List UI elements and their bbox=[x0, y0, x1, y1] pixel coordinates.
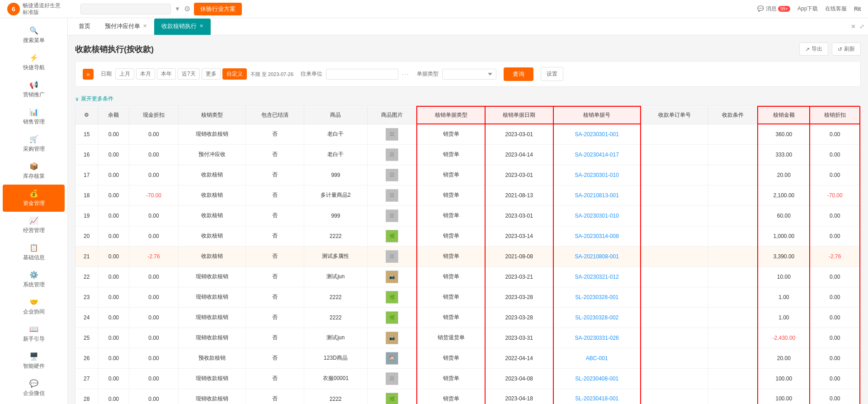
cell-write-off-bill-type: 销货单 bbox=[417, 389, 485, 404]
write-off-number-link[interactable]: SA-20230301-001 bbox=[575, 131, 618, 138]
cell-write-off-type: 预收款核销 bbox=[178, 348, 245, 368]
cell-receipt-condition bbox=[708, 389, 758, 404]
app-download-link[interactable]: App下载 bbox=[797, 5, 818, 13]
filter-toggle-btn[interactable]: » bbox=[83, 69, 94, 80]
cell-include-settled: 否 bbox=[245, 328, 304, 348]
search-dropdown-icon[interactable]: ▼ bbox=[175, 5, 180, 12]
sidebar-item-guide[interactable]: 📖 新手引导 bbox=[0, 320, 67, 347]
write-off-number-link[interactable]: SA-20230321-012 bbox=[575, 274, 618, 280]
cell-write-off-type: 现销收款核销 bbox=[178, 287, 245, 307]
table-row: 27 0.00 0.00 现销收款核销 否 衣服00001 🖼 销货单 2023… bbox=[75, 368, 860, 389]
sidebar-item-marketing[interactable]: 📢 营销推广 bbox=[0, 76, 67, 103]
top-search-input[interactable] bbox=[80, 4, 171, 14]
cell-write-off-amount: 1.00 bbox=[758, 287, 810, 307]
sidebar-item-label: 基础信息 bbox=[23, 254, 45, 261]
sidebar-item-purchase[interactable]: 🛒 采购管理 bbox=[0, 130, 67, 157]
expand-more-btn[interactable]: ∨ 展开更多条件 bbox=[75, 92, 861, 105]
sidebar-item-search[interactable]: 🔍 搜索菜单 bbox=[0, 22, 67, 49]
cell-receipt-condition bbox=[708, 165, 758, 185]
cell-write-off-type: 收款核销 bbox=[178, 185, 245, 205]
from-unit-input[interactable] bbox=[326, 69, 398, 80]
sidebar-item-label: 资金管理 bbox=[23, 200, 45, 207]
cell-write-off-number: SA-20230321-012 bbox=[553, 266, 641, 287]
sidebar-item-hardware[interactable]: 🖥️ 智能硬件 bbox=[0, 347, 67, 375]
date-btn-this-year[interactable]: 本年 bbox=[157, 68, 176, 80]
tab-home[interactable]: 首页 bbox=[71, 19, 98, 35]
cell-write-off-number: SA-20210808-001 bbox=[553, 246, 641, 266]
cell-include-settled: 否 bbox=[245, 246, 304, 266]
cell-receipt-order-no bbox=[641, 389, 708, 404]
online-service-link[interactable]: 在线客服 bbox=[825, 5, 847, 13]
top-bar-right: 💬 消息 99+ App下载 在线客服 Rit bbox=[757, 5, 861, 13]
order-type-select[interactable] bbox=[442, 69, 496, 80]
sales-icon: 📊 bbox=[29, 108, 38, 116]
tab-expand-icon[interactable]: ⤢ bbox=[859, 23, 864, 30]
sidebar-item-vip[interactable]: V 畅会员 bbox=[0, 402, 67, 404]
date-btn-custom[interactable]: 自定义 bbox=[222, 68, 247, 80]
sidebar-item-basics[interactable]: 📋 基础信息 bbox=[0, 239, 67, 266]
cell-write-off-discount: 0.00 bbox=[810, 389, 860, 404]
write-off-number-link[interactable]: SL-20230408-001 bbox=[575, 375, 618, 382]
tab-write-off[interactable]: 收款核销执行 ✕ bbox=[154, 19, 211, 35]
sidebar-item-quicknav[interactable]: ⚡ 快捷导航 bbox=[0, 49, 67, 76]
cell-receipt-order-no bbox=[641, 287, 708, 307]
notification-area[interactable]: 💬 消息 99+ bbox=[757, 5, 790, 13]
tab-write-off-close[interactable]: ✕ bbox=[199, 23, 203, 29]
write-off-number-link[interactable]: SA-20210808-001 bbox=[575, 253, 618, 260]
query-button[interactable]: 查询 bbox=[504, 67, 533, 81]
setting-button[interactable]: 设置 bbox=[541, 67, 563, 81]
write-off-number-link[interactable]: SA-20230314-008 bbox=[575, 233, 618, 239]
cell-write-off-number: ABC-001 bbox=[553, 348, 641, 368]
cell-cash-discount: 0.00 bbox=[129, 266, 179, 287]
cell-no: 22 bbox=[75, 266, 98, 287]
write-off-number-link[interactable]: SA-20230301-010 bbox=[575, 172, 618, 178]
settings-icon[interactable]: ⚙ bbox=[184, 5, 190, 13]
cell-include-settled: 否 bbox=[245, 368, 304, 389]
top-bar-center: ▼ ⚙ 休验行业方案 bbox=[80, 3, 752, 15]
tab-prepay[interactable]: 预付冲应付单 ✕ bbox=[98, 19, 154, 35]
goods-thumbnail: 🌿 bbox=[386, 230, 398, 242]
sidebar-item-sales[interactable]: 📊 销售管理 bbox=[0, 103, 67, 130]
cell-include-settled: 否 bbox=[245, 287, 304, 307]
write-off-number-link[interactable]: SL-20230418-001 bbox=[575, 395, 618, 402]
write-off-number-link[interactable]: SA-20230301-010 bbox=[575, 213, 618, 219]
tab-close-icon[interactable]: ✕ bbox=[851, 23, 856, 30]
cell-write-off-number: SL-20230408-001 bbox=[553, 368, 641, 389]
cell-include-settled: 否 bbox=[245, 165, 304, 185]
write-off-number-link[interactable]: SA-20230331-026 bbox=[575, 335, 618, 341]
export-button[interactable]: ↗ 导出 bbox=[799, 43, 828, 56]
cell-include-settled: 否 bbox=[245, 205, 304, 226]
cell-include-settled: 否 bbox=[245, 144, 304, 165]
sidebar-item-finance[interactable]: 💰 资金管理 bbox=[3, 185, 65, 212]
date-btn-7days[interactable]: 近7天 bbox=[178, 68, 200, 80]
cell-receipt-condition bbox=[708, 246, 758, 266]
tab-prepay-close[interactable]: ✕ bbox=[143, 23, 147, 29]
sidebar-item-wechat[interactable]: 💬 企业微信 bbox=[0, 375, 67, 402]
cell-balance: 0.00 bbox=[98, 368, 129, 389]
date-btn-last-month[interactable]: 上月 bbox=[115, 68, 134, 80]
write-off-number-link[interactable]: ABC-001 bbox=[586, 355, 608, 361]
guide-icon: 📖 bbox=[29, 325, 38, 333]
industry-btn[interactable]: 休验行业方案 bbox=[194, 3, 242, 15]
sidebar-item-operations[interactable]: 📈 经营管理 bbox=[0, 212, 67, 239]
cell-write-off-type: 收款核销 bbox=[178, 205, 245, 226]
cell-receipt-order-no bbox=[641, 165, 708, 185]
refresh-button[interactable]: ↺ 刷新 bbox=[832, 43, 861, 56]
goods-thumbnail: 🌿 bbox=[386, 311, 398, 324]
date-range: 不限 至 2023-07-26 bbox=[250, 71, 293, 78]
write-off-number-link[interactable]: SA-20230414-017 bbox=[575, 152, 618, 158]
table-body: 15 0.00 0.00 现销收款核销 否 老白干 🖼 销货单 2023-03-… bbox=[75, 124, 860, 404]
write-off-number-link[interactable]: SL-20230328-001 bbox=[575, 294, 618, 300]
cell-cash-discount: 0.00 bbox=[129, 124, 179, 144]
cell-goods: 测试多属性 bbox=[304, 246, 367, 266]
sidebar-item-system[interactable]: ⚙️ 系统管理 bbox=[0, 266, 67, 293]
cell-write-off-discount: 0.00 bbox=[810, 348, 860, 368]
date-btn-this-month[interactable]: 本月 bbox=[136, 68, 155, 80]
date-btn-more[interactable]: 更多 bbox=[202, 68, 221, 80]
from-unit-label: 往来单位 bbox=[301, 70, 322, 78]
sidebar-item-inventory[interactable]: 📦 库存核算 bbox=[0, 157, 67, 185]
write-off-number-link[interactable]: SL-20230328-002 bbox=[575, 314, 618, 321]
user-name[interactable]: Rit bbox=[854, 6, 861, 12]
write-off-number-link[interactable]: SA-20210813-001 bbox=[575, 192, 618, 199]
sidebar-item-cooperation[interactable]: 🤝 企业协同 bbox=[0, 293, 67, 320]
